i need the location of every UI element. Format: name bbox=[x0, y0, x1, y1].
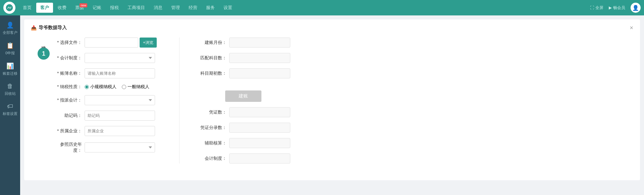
nav-business[interactable]: 工商项目 bbox=[123, 3, 149, 13]
tax-general-radio[interactable] bbox=[122, 85, 126, 89]
import-panel: 📥 导爷数据导入 × 建账 1 * 选择文件： bbox=[24, 19, 640, 180]
accountant-row: * 指派会计： bbox=[55, 95, 162, 105]
app-logo bbox=[3, 2, 15, 14]
voucher-entries-row: 凭证分录数： bbox=[196, 123, 290, 133]
main-layout: 👤 全部客户 📋 0申报 📊 账套迁移 🗑 回收站 🏷 标签设置 📥 导爷数据导… bbox=[0, 15, 644, 195]
nav-tax[interactable]: 报税 bbox=[106, 3, 123, 13]
nav-operation[interactable]: 经营 bbox=[185, 3, 201, 13]
file-input[interactable] bbox=[85, 38, 138, 48]
ledger-name-label: * 账簿名称： bbox=[55, 70, 82, 76]
accounting-system-row: * 会计制度： bbox=[55, 53, 162, 63]
company-label: * 所属企业： bbox=[55, 128, 82, 134]
vertical-divider bbox=[179, 38, 180, 164]
avatar-icon: 👤 bbox=[632, 5, 639, 11]
nav-invoice[interactable]: 票据 new bbox=[71, 3, 88, 13]
form-left: 建账 1 * 选择文件： +浏览 bbox=[38, 38, 162, 164]
all-clients-icon: 👤 bbox=[6, 21, 14, 29]
fullscreen-btn[interactable]: ⛶ 全屏 bbox=[590, 5, 603, 11]
nav-right: ⛶ 全屏 ▶ 畅会员 👤 bbox=[590, 3, 641, 13]
panel-title-text: 导爷数据导入 bbox=[39, 25, 67, 31]
close-button[interactable]: × bbox=[630, 25, 633, 31]
account-month-value bbox=[229, 38, 290, 48]
company-row: * 所属企业： bbox=[55, 126, 162, 136]
ledger-name-row: * 账簿名称： bbox=[55, 68, 162, 78]
form-layout: 建账 1 * 选择文件： +浏览 bbox=[31, 38, 633, 164]
match-subject-row: 匹配科目数： bbox=[196, 53, 290, 63]
file-label: * 选择文件： bbox=[55, 40, 82, 46]
fullscreen-icon: ⛶ bbox=[590, 5, 594, 10]
subject-initial-value bbox=[229, 68, 290, 78]
nav-message[interactable]: 消息 bbox=[150, 3, 166, 13]
nav-ledger[interactable]: 记账 bbox=[89, 3, 105, 13]
tax-type-row: * 纳税性质： 小规模纳税人 一般纳税人 bbox=[55, 84, 162, 90]
top-nav: 首页 客户 收费 票据 new 记账 报税 工商项目 消息 管理 经营 服务 设… bbox=[0, 0, 644, 15]
tag-settings-label: 标签设置 bbox=[3, 111, 17, 116]
accountant-select[interactable] bbox=[85, 95, 155, 105]
sidebar-item-all-clients[interactable]: 👤 全部客户 bbox=[0, 18, 20, 39]
browse-button[interactable]: +浏览 bbox=[140, 38, 157, 48]
tag-settings-icon: 🏷 bbox=[7, 103, 13, 110]
nav-items: 首页 客户 收费 票据 new 记账 报税 工商项目 消息 管理 经营 服务 设… bbox=[19, 3, 590, 13]
step-badge: 1 bbox=[38, 48, 50, 60]
panel-title-icon: 📥 bbox=[31, 25, 37, 30]
build-account-button[interactable]: 建账 bbox=[225, 90, 261, 102]
nav-home[interactable]: 首页 bbox=[19, 3, 36, 13]
tax-small-radio[interactable] bbox=[85, 85, 89, 89]
member-btn[interactable]: ▶ 畅会员 bbox=[609, 5, 625, 11]
aux-accounting-label: 辅助核算： bbox=[196, 140, 227, 146]
member-icon: ▶ bbox=[609, 5, 612, 10]
sidebar-item-declaration[interactable]: 📋 0申报 bbox=[0, 39, 20, 59]
form-right: 建账月份： 匹配科目数： 科目期初数： 建账 bbox=[196, 38, 290, 164]
nav-manage[interactable]: 管理 bbox=[167, 3, 184, 13]
tax-general-label[interactable]: 一般纳税人 bbox=[122, 84, 149, 90]
voucher-entries-label: 凭证分录数： bbox=[196, 125, 227, 131]
accounting-system-select[interactable] bbox=[85, 53, 155, 63]
declaration-label: 0申报 bbox=[5, 51, 15, 56]
voucher-count-label: 凭证数： bbox=[196, 109, 227, 115]
trash-icon: 🗑 bbox=[7, 83, 13, 90]
all-clients-label: 全部客户 bbox=[3, 30, 17, 35]
sidebar: 👤 全部客户 📋 0申报 📊 账套迁移 🗑 回收站 🏷 标签设置 bbox=[0, 15, 20, 195]
panel-title: 📥 导爷数据导入 bbox=[31, 25, 633, 31]
memo-input[interactable] bbox=[85, 111, 155, 121]
tax-small-label[interactable]: 小规模纳税人 bbox=[85, 84, 116, 90]
nav-service[interactable]: 服务 bbox=[202, 3, 219, 13]
step-label: 建账 bbox=[41, 42, 47, 44]
nav-settings[interactable]: 设置 bbox=[219, 3, 236, 13]
voucher-entries-value bbox=[229, 123, 290, 133]
history-year-row: 参照历史年度： bbox=[55, 141, 162, 153]
member-label: 畅会员 bbox=[613, 5, 625, 11]
ledger-name-input[interactable] bbox=[85, 68, 155, 78]
match-subject-label: 匹配科目数： bbox=[196, 55, 227, 61]
history-year-select[interactable] bbox=[85, 142, 155, 152]
migration-icon: 📊 bbox=[6, 62, 14, 70]
match-subject-value bbox=[229, 53, 290, 63]
accounting-system-label: * 会计制度： bbox=[55, 55, 82, 61]
tax-small-text: 小规模纳税人 bbox=[90, 84, 116, 90]
sidebar-item-migration[interactable]: 📊 账套迁移 bbox=[0, 59, 20, 79]
declaration-icon: 📋 bbox=[6, 42, 14, 49]
account-month-row: 建账月份： bbox=[196, 38, 290, 48]
nav-client[interactable]: 客户 bbox=[36, 3, 53, 13]
tax-type-label: * 纳税性质： bbox=[55, 84, 82, 90]
content-area: 📥 导爷数据导入 × 建账 1 * 选择文件： bbox=[20, 15, 644, 195]
aux-accounting-row: 辅助核算： bbox=[196, 138, 290, 148]
invoice-badge: new bbox=[80, 3, 87, 7]
company-input[interactable] bbox=[85, 126, 155, 136]
accounting-system-right-row: 会计制度： bbox=[196, 153, 290, 164]
user-avatar[interactable]: 👤 bbox=[631, 3, 641, 13]
subject-initial-label: 科目期初数： bbox=[196, 70, 227, 76]
aux-accounting-value bbox=[229, 138, 290, 148]
sidebar-item-trash[interactable]: 🗑 回收站 bbox=[0, 79, 20, 100]
sidebar-item-tag-settings[interactable]: 🏷 标签设置 bbox=[0, 100, 20, 120]
fullscreen-label: 全屏 bbox=[595, 5, 603, 11]
nav-billing[interactable]: 收费 bbox=[54, 3, 70, 13]
migration-label: 账套迁移 bbox=[3, 71, 17, 76]
memo-row: 助记码： bbox=[55, 111, 162, 121]
build-btn-container: 建账 bbox=[196, 90, 290, 102]
tax-type-radio-group: 小规模纳税人 一般纳税人 bbox=[85, 84, 149, 90]
memo-label: 助记码： bbox=[55, 113, 82, 119]
trash-label: 回收站 bbox=[5, 91, 16, 96]
history-year-label: 参照历史年度： bbox=[55, 141, 82, 153]
file-row: * 选择文件： +浏览 bbox=[55, 38, 162, 48]
